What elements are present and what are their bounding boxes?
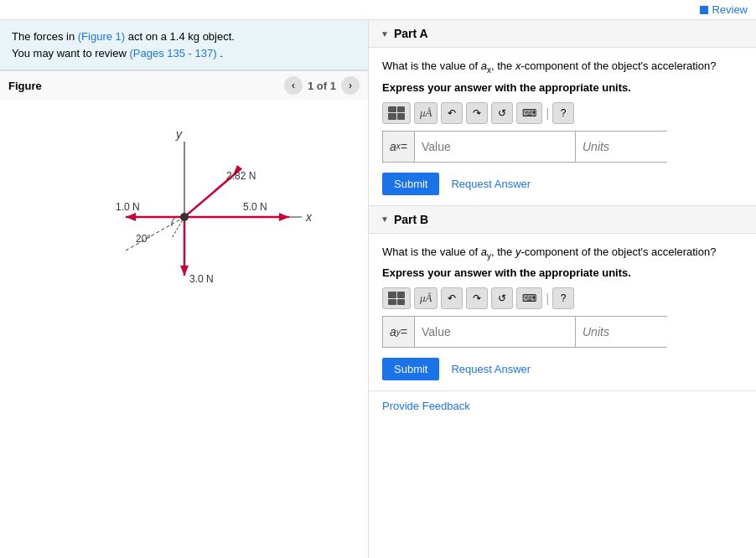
part-a-express: Express your answer with the appropriate… [382, 81, 743, 94]
figure-nav: ‹ 1 of 1 › [284, 76, 360, 95]
part-a-answer-label: ax = [383, 132, 415, 162]
review-link[interactable]: Review [700, 3, 748, 16]
svg-marker-12 [126, 213, 136, 221]
part-b-content: What is the value of ay, the y-component… [369, 234, 756, 391]
left-panel: The forces in (Figure 1) act on a 1.4 kg… [0, 20, 369, 558]
part-a-redo-button[interactable]: ↷ [466, 102, 488, 124]
problem-pages-suffix: . [220, 47, 223, 59]
part-a-help-button[interactable]: ? [552, 102, 574, 124]
part-a-toolbar: μÅ ↶ ↷ ↺ ⌨ | ? [382, 102, 743, 124]
part-b-keyboard-button[interactable]: ⌨ [516, 287, 542, 309]
main-layout: The forces in (Figure 1) act on a 1.4 kg… [0, 20, 756, 558]
part-b-arrow: ▼ [381, 214, 389, 224]
part-b-separator: | [546, 292, 549, 305]
svg-text:2.82 N: 2.82 N [226, 170, 256, 182]
figure-prev-button[interactable]: ‹ [284, 76, 303, 95]
part-b-units-input[interactable] [575, 317, 738, 347]
part-a-units-input[interactable] [575, 132, 738, 162]
part-a-undo-button[interactable]: ↶ [441, 102, 463, 124]
svg-text:1.0 N: 1.0 N [116, 201, 140, 213]
problem-intro: The forces in [12, 30, 78, 43]
svg-line-17 [126, 217, 184, 251]
part-b-action-row: Submit Request Answer [382, 358, 743, 380]
part-b-reset-button[interactable]: ↺ [491, 287, 513, 309]
part-a-header: ▼ Part A [369, 20, 756, 48]
part-b-express: Express your answer with the appropriate… [382, 266, 743, 279]
part-b-request-link[interactable]: Request Answer [451, 363, 531, 375]
part-b-answer-row: ay = [382, 316, 667, 348]
part-b-label: Part B [394, 213, 428, 226]
part-a-submit-button[interactable]: Submit [382, 173, 439, 195]
svg-text:x: x [305, 210, 313, 224]
svg-marker-15 [180, 266, 189, 276]
problem-mid: act on a 1.4 kg object. [128, 30, 235, 43]
part-a-content: What is the value of ax, the x-component… [369, 48, 756, 205]
part-b-section: ▼ Part B What is the value of ay, the y-… [369, 206, 756, 392]
figure-svg-area: y x 20° 2.82 N 5.0 N [0, 100, 368, 292]
part-a-mu-label: μÅ [420, 106, 432, 120]
part-a-section: ▼ Part A What is the value of ax, the x-… [369, 20, 756, 206]
part-a-label: Part A [394, 27, 428, 40]
top-bar: Review [0, 0, 756, 20]
part-b-mu-label: μÅ [420, 292, 432, 305]
provide-feedback-link[interactable]: Provide Feedback [369, 391, 756, 421]
part-a-mu-button[interactable]: μÅ [414, 102, 438, 124]
svg-marker-9 [279, 213, 289, 221]
part-a-reset-button[interactable]: ↺ [491, 102, 513, 124]
figure-nav-text: 1 of 1 [308, 80, 336, 92]
part-a-separator: | [546, 106, 549, 120]
part-a-arrow: ▼ [381, 29, 389, 39]
part-b-toolbar: μÅ ↶ ↷ ↺ ⌨ | ? [382, 287, 743, 309]
figure-header: Figure ‹ 1 of 1 › [0, 70, 368, 100]
right-panel: ▼ Part A What is the value of ax, the x-… [369, 20, 756, 558]
figure-label: Figure [8, 80, 42, 92]
svg-text:5.0 N: 5.0 N [243, 201, 267, 213]
pages-link[interactable]: (Pages 135 - 137) [129, 47, 216, 59]
part-a-request-link[interactable]: Request Answer [451, 178, 531, 190]
figure-next-button[interactable]: › [341, 76, 360, 95]
part-a-action-row: Submit Request Answer [382, 173, 743, 195]
part-a-value-input[interactable] [415, 132, 575, 162]
part-b-grid-button[interactable] [382, 287, 411, 309]
part-b-header: ▼ Part B [369, 206, 756, 234]
part-a-answer-row: ax = [382, 131, 667, 163]
review-label: Review [712, 3, 748, 16]
figure-svg: y x 20° 2.82 N 5.0 N [42, 108, 327, 292]
svg-text:y: y [175, 127, 183, 141]
part-b-help-button[interactable]: ? [552, 287, 574, 309]
problem-text: The forces in (Figure 1) act on a 1.4 kg… [0, 20, 368, 70]
part-b-redo-button[interactable]: ↷ [466, 287, 488, 309]
part-b-question: What is the value of ay, the y-component… [382, 244, 743, 262]
part-b-mu-button[interactable]: μÅ [414, 287, 438, 309]
svg-point-18 [180, 213, 189, 221]
part-b-answer-label: ay = [383, 317, 415, 347]
part-b-submit-button[interactable]: Submit [382, 358, 439, 380]
part-a-grid-button[interactable] [382, 102, 411, 124]
problem-review-prefix: You may want to review [12, 47, 129, 59]
part-a-question: What is the value of ax, the x-component… [382, 58, 743, 76]
part-b-undo-button[interactable]: ↶ [441, 287, 463, 309]
figure-link[interactable]: (Figure 1) [78, 30, 125, 43]
part-b-value-input[interactable] [415, 317, 575, 347]
svg-text:3.0 N: 3.0 N [189, 273, 214, 285]
svg-text:20°: 20° [136, 233, 151, 245]
review-icon [700, 6, 708, 14]
part-a-keyboard-button[interactable]: ⌨ [516, 102, 542, 124]
